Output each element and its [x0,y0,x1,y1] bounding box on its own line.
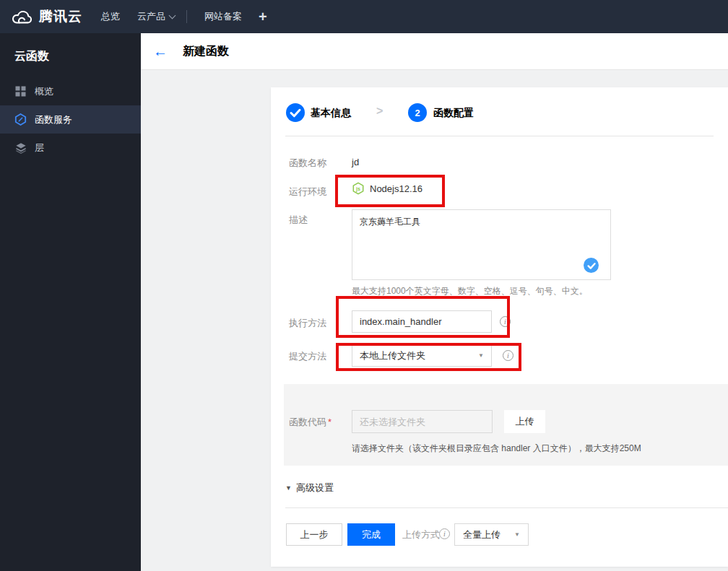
runtime-label: 运行环境 [289,186,326,199]
info-icon[interactable]: i [500,316,511,327]
runtime-value: js Nodejs12.16 [352,182,422,195]
caret-down-icon: ▼ [478,352,484,359]
description-textarea[interactable]: 京东薅羊毛工具 [352,209,611,280]
step2-number-circle: 2 [408,103,427,122]
function-hexagon-icon [14,113,27,126]
submit-method-select[interactable]: 本地上传文件夹 ▼ [352,344,492,367]
submit-method-label: 提交方法 [289,350,326,363]
navbar-divider [186,10,187,23]
sidebar-item-label: 函数服务 [35,113,72,126]
chevron-down-icon [169,12,176,19]
sidebar: 云函数 概览 函数服务 层 [0,33,141,571]
sidebar-title: 云函数 [0,33,141,77]
sidebar-item-layers[interactable]: 层 [0,134,141,162]
step1-label: 基本信息 [311,107,351,120]
footer-divider [285,507,728,508]
brand-name: 腾讯云 [39,7,82,26]
check-icon [286,103,305,122]
grid-icon [14,85,27,97]
svg-text:js: js [355,186,360,192]
advanced-settings-toggle[interactable]: ▼ 高级设置 [285,481,334,494]
step-chevron-icon: > [376,105,383,118]
steps-divider [285,136,714,136]
required-asterisk: * [328,417,332,427]
function-name-label: 函数名称 [289,157,326,170]
nav-item-website-filing[interactable]: 网站备案 [204,0,242,33]
nodejs-icon: js [352,182,365,195]
previous-step-button[interactable]: 上一步 [286,523,342,546]
caret-down-icon: ▼ [514,531,520,538]
validation-check-badge [584,258,599,273]
upload-button[interactable]: 上传 [504,410,545,433]
create-function-card: 基本信息 > 2 函数配置 函数名称 jd 运行环境 js Nodejs12.1… [271,87,728,567]
description-label: 描述 [289,214,308,227]
layers-icon [14,141,27,154]
cloud-logo-icon [10,9,33,25]
page-header: ← 新建函数 [141,33,728,70]
caret-down-icon: ▼ [285,484,292,492]
function-name-value: jd [352,157,359,167]
tencent-cloud-logo[interactable]: 腾讯云 [10,0,82,33]
function-code-label: 函数代码* [289,416,332,429]
step2-label: 函数配置 [433,107,474,120]
upload-mode-label: 上传方式 [402,528,440,541]
upload-mode-select[interactable]: 全量上传 ▼ [454,523,529,546]
sidebar-item-function-service[interactable]: 函数服务 [0,105,141,134]
description-hint: 最大支持1000个英文字母、数字、空格、逗号、句号、中文。 [352,285,588,297]
finish-button[interactable]: 完成 [347,523,395,546]
handler-label: 执行方法 [289,317,326,330]
nav-item-overview[interactable]: 总览 [101,0,120,33]
handler-input[interactable] [352,310,492,333]
sidebar-item-label: 层 [35,141,44,154]
function-code-hint: 请选择文件夹（该文件夹根目录应包含 handler 入口文件），最大支持250M [352,443,641,455]
back-arrow-icon[interactable]: ← [153,42,168,61]
sidebar-item-label: 概览 [35,85,53,98]
nav-item-cloud-products[interactable]: 云产品 [137,0,175,33]
step1-done-circle [286,103,305,122]
top-navbar: 腾讯云 总览 云产品 网站备案 + [0,0,728,33]
check-icon [584,258,599,273]
folder-path-input[interactable] [352,410,493,433]
page-title: 新建函数 [183,44,229,59]
add-tab-button[interactable]: + [259,0,267,33]
info-icon[interactable]: i [503,350,514,361]
sidebar-item-overview[interactable]: 概览 [0,77,141,105]
info-icon[interactable]: i [439,528,450,539]
function-code-section: 函数代码* 上传 请选择文件夹（该文件夹根目录应包含 handler 入口文件）… [284,384,728,466]
